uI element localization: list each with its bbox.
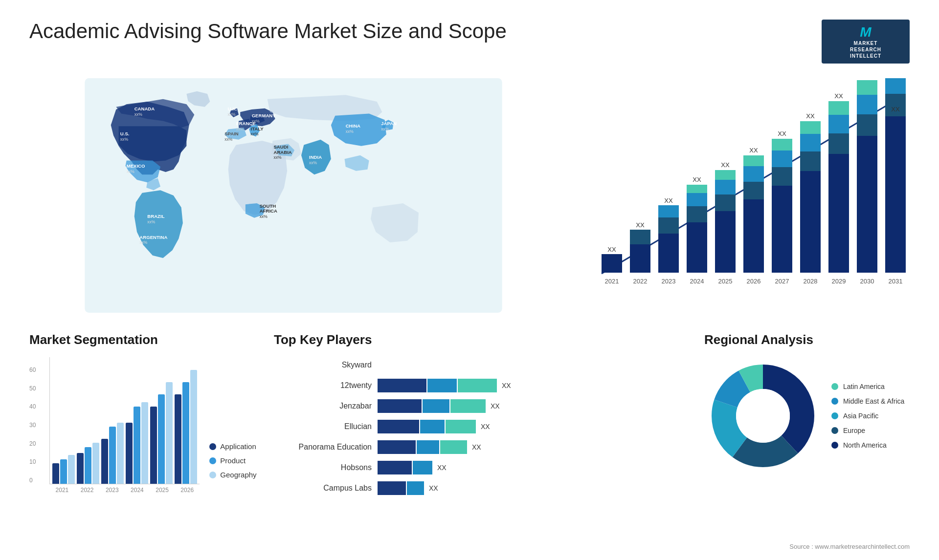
page-container: Academic Advising Software Market Size a… [0, 0, 939, 560]
svg-text:ARGENTINA: ARGENTINA [139, 235, 167, 240]
player-bar-skyward [378, 357, 685, 373]
player-bar-hobsons: XX [378, 460, 685, 475]
bar-segments [378, 379, 497, 392]
players-container: Top Key Players Skyward 12twenty [254, 332, 685, 518]
seg-y-axis: 60 50 40 30 20 10 0 [29, 366, 36, 494]
svg-text:U.S.: U.S. [120, 131, 130, 136]
svg-rect-65 [800, 151, 821, 171]
player-row-hobsons: Hobsons XX [274, 460, 685, 475]
player-name-jenzabar: Jenzabar [274, 402, 372, 410]
svg-text:XX: XX [778, 130, 786, 137]
svg-text:2026: 2026 [747, 278, 761, 285]
growth-chart-container: XX XX XX XX [577, 78, 910, 313]
seg-bar-app [101, 439, 108, 484]
svg-rect-45 [687, 206, 707, 222]
regional-title: Regional Analysis [704, 332, 910, 347]
seg-bar-prod [109, 427, 116, 484]
seg-bar-app [150, 407, 157, 484]
svg-text:INDIA: INDIA [309, 154, 322, 160]
svg-rect-66 [800, 134, 821, 151]
player-name-ellucian: Ellucian [274, 422, 372, 431]
svg-rect-76 [857, 95, 877, 114]
player-row-skyward: Skyward [274, 357, 685, 373]
regional-container: Regional Analysis La [704, 332, 910, 518]
svg-text:2024: 2024 [690, 278, 704, 285]
reg-label-na: North America [843, 441, 887, 449]
svg-rect-54 [743, 199, 764, 273]
svg-text:2025: 2025 [718, 278, 733, 285]
seg-bar-prod [182, 382, 189, 484]
svg-rect-91 [885, 94, 906, 116]
player-xx: XX [481, 423, 490, 431]
svg-text:xx%: xx% [346, 129, 354, 134]
reg-label-asia: Asia Pacific [843, 412, 878, 420]
seg-bar-geo [117, 423, 124, 484]
player-xx: XX [429, 484, 438, 492]
player-xx: XX [437, 464, 447, 472]
seg-bar-geo [92, 443, 99, 484]
svg-rect-72 [828, 101, 849, 115]
svg-text:MEXICO: MEXICO [127, 163, 145, 169]
svg-rect-59 [772, 186, 792, 273]
bar-seg-1 [378, 399, 422, 413]
svg-rect-41 [658, 217, 679, 234]
reg-dot-na [831, 442, 838, 449]
legend-dot-geography [209, 472, 216, 478]
svg-rect-38 [630, 230, 650, 244]
svg-rect-56 [743, 166, 764, 182]
player-name-panorama: Panorama Education [274, 443, 372, 452]
seg-bar-app [77, 453, 84, 484]
svg-text:xx%: xx% [381, 127, 389, 131]
reg-legend-mea: Middle East & Africa [831, 397, 904, 405]
seg-chart-inner: 2021 2022 2023 2024 2025 2026 [49, 357, 200, 494]
legend-item-application: Application [209, 442, 256, 451]
player-row-12twenty: 12twenty XX [274, 378, 685, 393]
svg-rect-57 [743, 155, 764, 166]
legend-item-geography: Geography [209, 471, 256, 479]
svg-rect-35 [602, 254, 622, 273]
reg-label-europe: Europe [843, 427, 865, 434]
header: Academic Advising Software Market Size a… [29, 20, 910, 64]
svg-rect-55 [743, 182, 764, 199]
logo-text: MARKETRESEARCHINTELLECT [850, 40, 881, 59]
reg-dot-asia [831, 412, 838, 419]
player-bar-campus: XX [378, 480, 685, 496]
svg-rect-40 [658, 234, 679, 273]
legend-dot-application [209, 443, 216, 450]
svg-text:ITALY: ITALY [251, 126, 264, 131]
player-row-jenzabar: Jenzabar XX [274, 398, 685, 414]
svg-text:SPAIN: SPAIN [224, 131, 239, 136]
svg-rect-49 [715, 211, 736, 273]
legend-dot-product [209, 457, 216, 464]
page-title: Academic Advising Software Market Size a… [29, 20, 507, 43]
legend-item-product: Product [209, 456, 256, 465]
regional-legend: Latin America Middle East & Africa Asia … [831, 383, 904, 449]
svg-text:2023: 2023 [662, 278, 676, 285]
svg-text:SOUTH: SOUTH [260, 203, 276, 209]
svg-text:XX: XX [806, 112, 815, 120]
reg-label-latin: Latin America [843, 383, 885, 390]
bar-seg-2 [423, 399, 449, 413]
bar-seg-3 [440, 440, 467, 454]
seg-bar-group-2025 [150, 382, 173, 484]
map-container: CANADA xx% U.S. xx% MEXICO xx% BRAZIL xx… [29, 78, 558, 313]
bottom-section: Market Segmentation 60 50 40 30 20 10 0 [29, 332, 910, 518]
seg-bars-container [49, 357, 200, 484]
seg-bar-app [175, 394, 181, 484]
seg-bar-geo [141, 402, 148, 484]
svg-point-99 [736, 389, 790, 443]
svg-text:JAPAN: JAPAN [381, 121, 397, 126]
donut-chart [704, 357, 822, 474]
svg-text:xx%: xx% [224, 137, 233, 142]
svg-rect-92 [885, 78, 906, 94]
player-bar-12twenty: XX [378, 378, 685, 393]
svg-text:xx%: xx% [120, 137, 129, 142]
svg-text:2030: 2030 [860, 278, 874, 285]
player-bar-ellucian: XX [378, 419, 685, 434]
svg-rect-90 [885, 116, 906, 273]
bar-seg-2 [417, 440, 439, 454]
growth-chart-svg: XX XX XX XX [587, 78, 910, 308]
seg-bar-geo [190, 370, 197, 484]
svg-text:U.K.: U.K. [228, 106, 237, 111]
seg-bar-prod [134, 407, 140, 484]
